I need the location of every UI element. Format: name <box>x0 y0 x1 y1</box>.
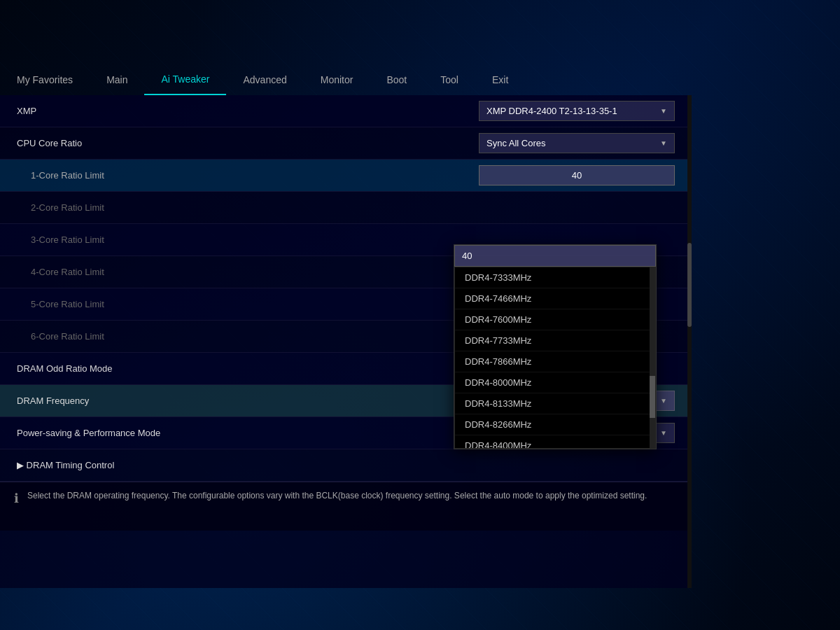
core2-ratio-label: 2-Core Ratio Limit <box>17 202 479 213</box>
dropdown-arrow-icon: ▼ <box>660 107 667 115</box>
main-scrollbar[interactable] <box>687 95 692 588</box>
nav-tool[interactable]: Tool <box>424 64 475 95</box>
xmp-dropdown[interactable]: XMP DDR4-2400 T2-13-13-35-1 ▼ <box>479 101 675 121</box>
dropdown-item-0[interactable]: DDR4-7333MHz <box>455 267 655 288</box>
main-scrollbar-thumb <box>687 243 692 327</box>
core1-ratio-label: 1-Core Ratio Limit <box>17 170 479 181</box>
core1-ratio-row: 1-Core Ratio Limit 40 <box>0 160 692 192</box>
dram-frequency-dropdown-overlay: 40 DDR4-7333MHz DDR4-7466MHz DDR4-7600MH… <box>454 244 657 449</box>
dropdown-arrow-icon: ▼ <box>660 429 667 437</box>
dropdown-list: DDR4-7333MHz DDR4-7466MHz DDR4-7600MHz D… <box>454 267 656 449</box>
dropdown-item-1[interactable]: DDR4-7466MHz <box>455 288 655 309</box>
core4-ratio-label: 4-Core Ratio Limit <box>17 267 479 277</box>
dropdown-arrow-icon: ▼ <box>660 397 667 405</box>
dropdown-scrollbar[interactable] <box>650 267 655 448</box>
nav-monitor[interactable]: Monitor <box>304 64 370 95</box>
dropdown-item-7[interactable]: DDR4-8266MHz <box>455 414 655 435</box>
core6-ratio-label: 6-Core Ratio Limit <box>17 331 479 342</box>
info-icon: ℹ <box>14 491 19 506</box>
dropdown-item-3[interactable]: DDR4-7733MHz <box>455 330 655 351</box>
xmp-value: XMP DDR4-2400 T2-13-13-35-1 ▼ <box>479 101 675 121</box>
dram-frequency-label: DRAM Frequency <box>17 396 479 406</box>
power-saving-label: Power-saving & Performance Mode <box>17 428 479 438</box>
dram-odd-ratio-label: DRAM Odd Ratio Mode <box>17 363 479 374</box>
main-content: XMP XMP DDR4-2400 T2-13-13-35-1 ▼ CPU Co… <box>0 95 692 588</box>
core2-ratio-row: 2-Core Ratio Limit <box>0 192 692 224</box>
nav-my-favorites[interactable]: My Favorites <box>0 64 90 95</box>
cpu-core-ratio-row: CPU Core Ratio Sync All Cores ▼ <box>0 127 692 160</box>
dropdown-item-5[interactable]: DDR4-8000MHz <box>455 372 655 393</box>
core1-ratio-input[interactable]: 40 <box>479 165 675 186</box>
dropdown-item-6[interactable]: DDR4-8133MHz <box>455 393 655 414</box>
cpu-core-ratio-dropdown[interactable]: Sync All Cores ▼ <box>479 133 675 153</box>
dropdown-header: 40 <box>454 245 656 267</box>
dropdown-arrow-icon: ▼ <box>660 139 667 147</box>
cpu-core-ratio-value: Sync All Cores ▼ <box>479 133 675 153</box>
nav-ai-tweaker[interactable]: Ai Tweaker <box>144 64 226 95</box>
dram-timing-row[interactable]: ▶ DRAM Timing Control <box>0 449 692 482</box>
xmp-row: XMP XMP DDR4-2400 T2-13-13-35-1 ▼ <box>0 95 692 127</box>
nav-main[interactable]: Main <box>90 64 144 95</box>
info-bar: ℹ Select the DRAM operating frequency. T… <box>0 482 692 531</box>
dram-timing-label: ▶ DRAM Timing Control <box>17 460 479 470</box>
nav-boot[interactable]: Boot <box>370 64 424 95</box>
dropdown-item-4[interactable]: DDR4-7866MHz <box>455 351 655 372</box>
info-text: Select the DRAM operating frequency. The… <box>27 489 647 503</box>
xmp-label: XMP <box>17 106 479 116</box>
nav-advanced[interactable]: Advanced <box>226 64 303 95</box>
core3-ratio-label: 3-Core Ratio Limit <box>17 234 479 245</box>
dropdown-scrollbar-thumb <box>650 376 655 418</box>
dropdown-item-8[interactable]: DDR4-8400MHz <box>455 435 655 449</box>
core1-ratio-value: 40 <box>479 165 675 186</box>
nav-exit[interactable]: Exit <box>475 64 525 95</box>
core5-ratio-label: 5-Core Ratio Limit <box>17 299 479 309</box>
cpu-core-ratio-label: CPU Core Ratio <box>17 138 479 148</box>
dropdown-item-2[interactable]: DDR4-7600MHz <box>455 309 655 330</box>
